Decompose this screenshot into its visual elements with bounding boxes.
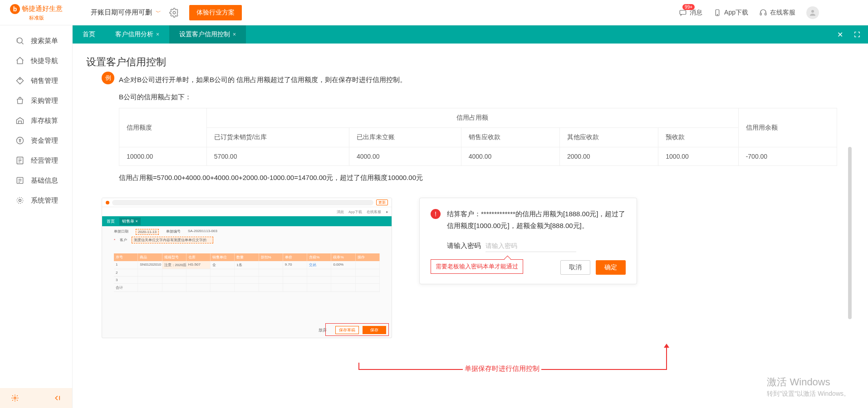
customer-service-button[interactable]: 在线客服 [759, 9, 795, 17]
th-shipped: 已出库未立账 [349, 128, 461, 147]
warning-icon: ! [431, 209, 441, 219]
scrollbar[interactable] [848, 147, 852, 319]
sidebar-item-purchase[interactable]: 采购管理 [0, 91, 72, 111]
ok-button[interactable]: 确定 [596, 260, 626, 275]
tab-bar: 首页 客户信用分析 × 设置客户信用控制 × ✕ [73, 25, 868, 44]
user-name-placeholder [830, 9, 857, 17]
intro-text: A企对B公司进行开单时，如果B公司的 信用占用额超过了信用额度，则在保存时进行信… [119, 74, 407, 85]
cell-balance: -700.00 [738, 147, 837, 166]
page-title: 设置客户信用控制 [86, 55, 853, 69]
cancel-button[interactable]: 取消 [560, 260, 590, 275]
sidebar-item-basedata[interactable]: 基础信息 [0, 170, 72, 190]
cell-ordered: 5700.00 [206, 147, 349, 166]
shot-grid-header: 序号商品规格型号仓库销售单位数量折扣%单价含税%税率%操作 [114, 253, 380, 261]
shot-tab: 首页 [107, 219, 115, 224]
collapse-sidebar-icon[interactable] [53, 394, 61, 402]
sidebar-item-funds[interactable]: 资金管理 [0, 131, 72, 151]
svg-point-0 [173, 11, 176, 14]
sidebar-item-system[interactable]: 系统管理 [0, 190, 72, 210]
svg-point-6 [811, 10, 814, 13]
brand-logo: b 畅捷通好生意 标准版 [0, 4, 73, 21]
th-ordered: 已订货未销货/出库 [206, 128, 349, 147]
red-highlight-box [325, 323, 389, 336]
example-badge-icon: 例 [102, 72, 114, 84]
user-avatar[interactable] [806, 6, 819, 19]
dialog-message: 结算客户：*************的信用占用额为[1888.00元]，超过了信… [447, 208, 626, 231]
home-icon [15, 56, 25, 65]
sidebar-item-label: 基础信息 [31, 176, 58, 185]
annotation-caption: 单据保存时进行信用控制 [463, 364, 541, 373]
tab-credit-analysis[interactable]: 客户信用分析 × [105, 25, 169, 44]
sidebar-item-search[interactable]: 搜索菜单 [0, 31, 72, 51]
password-label: 请输入密码 [447, 242, 481, 250]
sidebar-item-operations[interactable]: 经营管理 [0, 151, 72, 170]
sidebar-item-label: 经营管理 [31, 156, 58, 165]
formula-text: 信用占用额=5700.00+4000.00+4000.00+2000.00-10… [119, 172, 837, 183]
table-row: 10000.00 5700.00 4000.00 4000.00 2000.00… [119, 147, 837, 166]
sidebar-item-label: 快捷导航 [31, 57, 58, 65]
svg-point-14 [14, 397, 16, 399]
cell-other-ar: 2000.00 [560, 147, 658, 166]
person-icon [809, 9, 817, 17]
fullscreen-button[interactable] [851, 28, 863, 41]
industry-solution-button[interactable]: 体验行业方案 [189, 5, 242, 20]
sidebar-item-sales[interactable]: 销售管理 [0, 71, 72, 91]
svg-point-8 [20, 79, 20, 80]
annotation-arrow [666, 346, 667, 370]
sub-text: B公司的信用额占如下： [119, 92, 837, 102]
tab-home[interactable]: 首页 [73, 25, 105, 44]
sidebar-item-label: 销售管理 [31, 77, 58, 85]
th-other-ar: 其他应收款 [560, 128, 658, 147]
shot-label: 单据日期 [114, 229, 128, 235]
th-prepay: 预收款 [658, 128, 738, 147]
cell-limit: 10000.00 [119, 147, 207, 166]
phone-icon [713, 9, 721, 17]
tab-credit-control-settings[interactable]: 设置客户信用控制 × [169, 25, 246, 44]
svg-point-12 [17, 197, 23, 203]
brand-edition: 标准版 [29, 15, 44, 21]
message-badge: 99+ [682, 4, 695, 10]
close-all-tabs-button[interactable]: ✕ [834, 28, 846, 41]
password-input[interactable] [485, 239, 576, 252]
sidebar-item-quicknav[interactable]: 快捷导航 [0, 51, 72, 71]
tab-label: 首页 [83, 30, 95, 39]
account-mode-label: 开账日期可停用可删 [91, 8, 152, 17]
sidebar-item-label: 库存核算 [31, 117, 58, 125]
bag-icon [15, 96, 25, 105]
coin-icon [15, 136, 25, 145]
logo-mark-icon: b [10, 4, 20, 14]
app-download-label: App下载 [724, 9, 748, 17]
shot-value: 2020-11-13 [136, 229, 159, 235]
arrow-head-icon [664, 344, 669, 348]
svg-rect-4 [760, 13, 761, 15]
svg-rect-5 [765, 13, 766, 15]
credit-table: 信用额度 信用占用额 信用用余额 已订货未销货/出库 已出库未立账 销售应收款 … [119, 108, 837, 166]
sidebar-item-label: 资金管理 [31, 136, 58, 145]
annotation-arrow [358, 363, 359, 370]
sidebar-item-inventory[interactable]: 库存核算 [0, 111, 72, 131]
tag-icon [15, 76, 25, 85]
th-used-group: 信用占用额 [206, 108, 738, 128]
list-icon [15, 176, 25, 185]
credit-warning-dialog: ! 结算客户：*************的信用占用额为[1888.00元]，超过… [419, 198, 637, 284]
account-mode-dropdown[interactable]: 开账日期可停用可删 ﹀ [91, 8, 161, 17]
sidebar: 搜索菜单 快捷导航 销售管理 采购管理 库存核算 资金管理 经营管理 基础信息 [0, 25, 73, 408]
settings-icon[interactable] [169, 8, 179, 18]
settings-gear-icon[interactable] [11, 394, 19, 402]
messages-button[interactable]: 99+ 消息 [679, 9, 702, 17]
shot-grid-row: 1SN01202010注意：2020后未于户用过程HS-507金1条9.70交易… [114, 261, 380, 269]
dialog-note: 需要老板输入密码本单才能通过 [431, 259, 523, 274]
th-sales-ar: 销售应收款 [461, 128, 559, 147]
cell-shipped: 4000.00 [349, 147, 461, 166]
tab-label: 客户信用分析 [115, 30, 153, 39]
shot-value: SA-20201113-003 [188, 229, 217, 235]
sidebar-item-label: 系统管理 [31, 196, 58, 205]
voucher-screenshot: 更新 消息App下载在线客服● 首页销售单 × 单据日期 2020-11-13 … [102, 198, 392, 338]
app-download-button[interactable]: App下载 [713, 9, 748, 17]
sidebar-footer [0, 388, 72, 408]
close-icon[interactable]: × [156, 31, 159, 38]
close-icon[interactable]: × [233, 31, 236, 38]
headset-icon [759, 9, 767, 17]
search-icon [15, 36, 25, 45]
cell-sales-ar: 4000.00 [461, 147, 559, 166]
